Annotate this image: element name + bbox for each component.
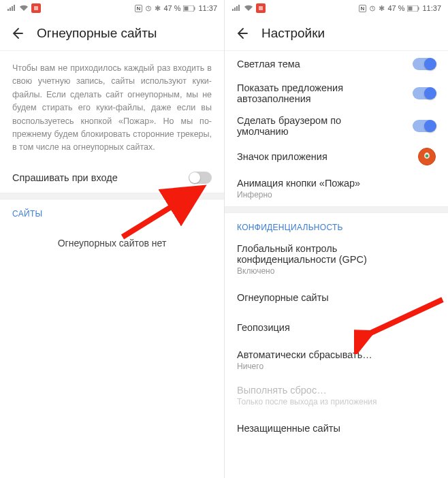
fireproof-sites-label: Огнеупорные сайты [237, 292, 329, 303]
app-icon-row[interactable]: Значок приложения [225, 142, 448, 171]
alarm-icon [369, 5, 376, 12]
battery-icon [183, 5, 195, 12]
default-browser-row[interactable]: Сделать браузером по умолчанию [225, 110, 448, 142]
status-bar: N ✱ 47 % 11:37 [225, 0, 448, 16]
fireproof-sites-row[interactable]: Огнеупорные сайты [225, 283, 448, 313]
fire-animation-value: Инферно [237, 190, 272, 200]
screen-fireproof: N ✱ 47 % 11:37 Огнеупорные сайты Чтобы в… [0, 0, 224, 478]
clock-text: 11:37 [198, 4, 217, 12]
gpc-row[interactable]: Глобальный контроль конфиденциальности (… [225, 236, 448, 283]
default-browser-toggle[interactable] [413, 120, 436, 132]
insecure-sites-label: Незащищенные сайты [237, 423, 340, 434]
autofill-toggle[interactable] [413, 87, 436, 99]
nfc-icon: N [135, 5, 143, 12]
geolocation-label: Геопозиция [237, 322, 290, 333]
page-title: Огнеупорные сайты [37, 26, 157, 41]
wifi-icon [19, 5, 29, 12]
ask-on-login-row[interactable]: Спрашивать при входе [0, 163, 224, 193]
geolocation-row[interactable]: Геопозиция [225, 313, 448, 342]
svg-rect-2 [185, 6, 189, 10]
status-bar: N ✱ 47 % 11:37 [0, 0, 224, 16]
nfc-icon: N [359, 5, 367, 12]
autofill-row[interactable]: Показать предложения автозаполнения [225, 77, 448, 110]
ask-on-login-label: Спрашивать при входе [12, 172, 118, 183]
bluetooth-icon: ✱ [379, 4, 385, 13]
svg-rect-7 [418, 7, 419, 10]
privacy-section-label: КОНФИДЕНЦИАЛЬНОСТЬ [225, 213, 448, 236]
empty-sites-text: Огнеупорных сайтов нет [0, 223, 224, 264]
screen-settings: N ✱ 47 % 11:37 Настройки Светлая тема По… [224, 0, 448, 478]
default-browser-label: Сделать браузером по умолчанию [237, 115, 387, 137]
signal-icon [7, 5, 16, 12]
app-icon-label: Значок приложения [237, 151, 327, 162]
separator [0, 193, 224, 200]
svg-rect-3 [194, 7, 195, 10]
sites-section-label: САЙТЫ [0, 200, 224, 223]
ask-on-login-toggle[interactable] [189, 172, 212, 184]
light-theme-row[interactable]: Светлая тема [225, 51, 448, 77]
battery-percent: 47 % [163, 4, 180, 12]
autoclear-value: Ничего [237, 362, 263, 371]
light-theme-toggle[interactable] [413, 58, 436, 70]
svg-point-9 [426, 155, 429, 158]
separator [225, 206, 448, 213]
back-button[interactable] [234, 26, 249, 41]
fire-animation-row[interactable]: Анимация кнопки «Пожар» Инферно [225, 171, 448, 206]
header: Огнеупорные сайты [0, 16, 224, 51]
gpc-value: Включено [237, 266, 274, 276]
bluetooth-icon: ✱ [155, 4, 161, 13]
autoclear-row[interactable]: Автоматически сбрасывать… Ничего [225, 342, 448, 378]
description-text: Чтобы вам не приходилось каждый раз вход… [0, 51, 224, 163]
battery-percent: 47 % [387, 4, 404, 12]
autofill-label: Показать предложения автозаполнения [237, 82, 387, 104]
reset-label: Выполнять сброс… [237, 385, 327, 396]
reset-row: Выполнять сброс… Только после выхода из … [225, 378, 448, 413]
autoclear-label: Автоматически сбрасывать… [237, 349, 372, 360]
reset-sub: Только после выхода из приложения [237, 397, 377, 407]
svg-rect-6 [409, 6, 413, 10]
header: Настройки [225, 16, 448, 51]
battery-icon [407, 5, 419, 12]
fire-animation-label: Анимация кнопки «Пожар» [237, 178, 360, 189]
app-icon-preview [418, 148, 436, 165]
signal-icon [231, 5, 241, 12]
alarm-icon [145, 5, 152, 12]
notification-badge [31, 3, 41, 13]
gpc-label: Глобальный контроль конфиденциальности (… [237, 243, 436, 265]
light-theme-label: Светлая тема [237, 59, 300, 69]
back-button[interactable] [10, 26, 25, 41]
wifi-icon [244, 5, 253, 12]
clock-text: 11:37 [422, 4, 441, 12]
page-title: Настройки [261, 26, 325, 41]
insecure-sites-row[interactable]: Незащищенные сайты [225, 413, 448, 443]
notification-badge [256, 3, 266, 13]
